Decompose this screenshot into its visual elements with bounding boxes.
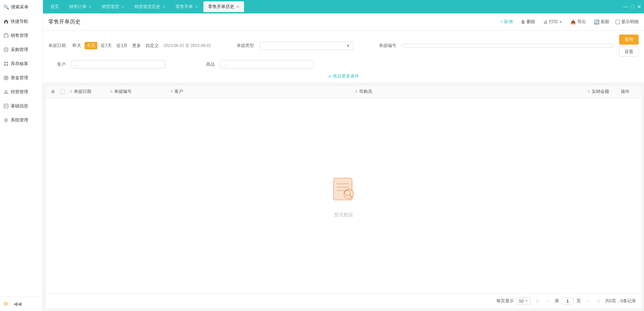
refresh-button[interactable]: 🔄 刷新 bbox=[592, 17, 611, 26]
system-icon bbox=[3, 117, 9, 123]
sidebar-item-inventory[interactable]: 库存核算 bbox=[0, 57, 43, 71]
export-button[interactable]: 📤 导出 bbox=[568, 17, 588, 26]
tab-retail-open[interactable]: 零售开单 ✕ bbox=[171, 1, 203, 12]
tab-label: 首页 bbox=[50, 4, 59, 10]
next-page-btn[interactable]: ＞ bbox=[584, 297, 592, 305]
delete-button[interactable]: 🗑 删除 bbox=[519, 17, 537, 26]
page-header: 零售开单历史 + 新增 🗑 删除 🖨 打印 ▼ 📤 导出 bbox=[43, 13, 644, 31]
toolbar: + 新增 🗑 删除 🖨 打印 ▼ 📤 导出 🔄 刷新 bbox=[498, 17, 639, 26]
date-shortcuts: 昨天 今天 近7天 近1月 更多 自定义 2023-06-02 至 2023-0… bbox=[71, 42, 211, 49]
goods-input[interactable]: ... bbox=[220, 60, 314, 68]
export-label: 导出 bbox=[577, 19, 586, 25]
empty-text: 暂无数据 bbox=[334, 212, 353, 218]
window-minimize-icon[interactable]: — bbox=[623, 4, 628, 10]
col-header-guide[interactable]: ⇅ 导购员 bbox=[352, 89, 393, 95]
date-btn-more[interactable]: 更多 bbox=[131, 42, 142, 49]
date-btn-yesterday[interactable]: 昨天 bbox=[71, 42, 83, 49]
col-header-date[interactable]: ⇅ 单据日期 bbox=[67, 89, 107, 95]
doc-num-input[interactable] bbox=[402, 44, 614, 47]
goods-placeholder: ... bbox=[223, 62, 227, 67]
tab-retail-open-hist[interactable]: 零售开单历史 ✕ bbox=[203, 1, 244, 12]
settings-icon-btn[interactable]: ⚙ bbox=[3, 301, 8, 307]
sidebar-item-purchase-mgmt[interactable]: 采购管理 bbox=[0, 43, 43, 57]
filter-actions: 查询 设置 bbox=[619, 35, 639, 57]
window-close-icon[interactable]: ✕ bbox=[637, 4, 641, 10]
sort-icon: ⇅ bbox=[70, 90, 72, 93]
show-detail-label-text: 显示明细 bbox=[621, 19, 639, 25]
col-label: 实销金额 bbox=[592, 89, 609, 95]
show-detail-checkbox-label[interactable]: 显示明细 bbox=[615, 19, 639, 25]
collapse-sidebar-btn[interactable]: ◀◀ bbox=[13, 301, 21, 307]
settings-button[interactable]: 设置 bbox=[619, 47, 639, 57]
delete-label: 删除 bbox=[527, 19, 535, 25]
sidebar-item-operations[interactable]: 经营管理 bbox=[0, 85, 43, 99]
print-label: 打印 bbox=[549, 19, 558, 25]
sales-icon bbox=[3, 33, 9, 38]
col-header-amount[interactable]: ⇅ 实销金额 bbox=[572, 89, 612, 95]
sort-icon: ⇅ bbox=[170, 90, 173, 93]
operations-icon bbox=[3, 89, 9, 95]
window-maximize-icon[interactable]: □ bbox=[631, 4, 634, 10]
last-page-btn[interactable]: ⟩⟩ bbox=[594, 297, 602, 305]
col-header-customer[interactable]: ⇅ 客户 bbox=[168, 89, 352, 95]
tab-sales-order[interactable]: 销售订单 ✕ bbox=[64, 1, 96, 12]
tab-close-icon[interactable]: ✕ bbox=[162, 5, 165, 9]
sidebar-item-label: 系统管理 bbox=[11, 117, 28, 123]
search-menu-item[interactable]: 🔍 搜索采单 bbox=[0, 0, 43, 14]
svg-rect-4 bbox=[4, 64, 6, 66]
print-icon: 🖨 bbox=[543, 19, 548, 24]
date-btn-7days[interactable]: 近7天 bbox=[99, 42, 113, 49]
trash-icon: 🗑 bbox=[521, 19, 525, 24]
doc-num-label: 单据编号 bbox=[379, 43, 396, 49]
doc-type-select[interactable]: ▼ bbox=[259, 42, 353, 50]
sidebar-item-quick-nav[interactable]: 快捷导航 bbox=[0, 14, 43, 29]
sidebar-item-label: 资金管理 bbox=[11, 75, 28, 81]
date-btn-1month[interactable]: 近1月 bbox=[115, 42, 129, 49]
query-button[interactable]: 查询 bbox=[619, 35, 639, 45]
tab-home[interactable]: 首页 bbox=[46, 1, 64, 12]
sidebar-item-label: 基础信息 bbox=[11, 103, 28, 109]
select-all-checkbox[interactable] bbox=[60, 89, 65, 94]
print-button[interactable]: 🖨 打印 ▼ bbox=[541, 17, 564, 26]
per-page-select[interactable]: 50 ▼ bbox=[516, 298, 530, 305]
tab-close-icon[interactable]: ✕ bbox=[236, 5, 239, 9]
sort-icon: ⇅ bbox=[588, 90, 590, 93]
sidebar: 🔍 搜索采单 快捷导航 销售管理 采购管理 库存核算 资金管理 bbox=[0, 0, 43, 311]
tab-label: 销售订单 bbox=[69, 4, 87, 10]
per-page-chevron: ▼ bbox=[525, 299, 528, 303]
filter-row-2: 客户 ... 商品 ... bbox=[48, 60, 639, 68]
tab-close-icon[interactable]: ✕ bbox=[121, 5, 124, 9]
customer-placeholder: ... bbox=[74, 62, 78, 67]
table-settings-icon[interactable]: ⚙ bbox=[48, 89, 58, 94]
show-detail-checkbox[interactable] bbox=[615, 20, 620, 24]
collapse-filters-btn[interactable]: ∧ 收起更多条件 bbox=[48, 72, 639, 81]
finance-icon bbox=[3, 75, 9, 81]
per-page-value: 50 bbox=[519, 299, 524, 304]
sidebar-item-sales-mgmt[interactable]: 销售管理 bbox=[0, 29, 43, 43]
page-suffix: 页 bbox=[577, 298, 581, 304]
date-btn-today[interactable]: 今天 bbox=[85, 42, 97, 49]
customer-input[interactable]: ... bbox=[71, 60, 165, 68]
sidebar-item-finance[interactable]: 资金管理 bbox=[0, 71, 43, 85]
tab-close-icon[interactable]: ✕ bbox=[195, 5, 198, 9]
col-label: 客户 bbox=[175, 89, 183, 95]
tab-close-icon[interactable]: ✕ bbox=[89, 5, 92, 9]
add-button[interactable]: + 新增 bbox=[498, 17, 515, 26]
table-select-all[interactable] bbox=[58, 89, 67, 94]
chevron-down-icon: ▼ bbox=[346, 43, 350, 48]
sidebar-item-sys-mgmt[interactable]: 系统管理 bbox=[0, 113, 43, 127]
page-label: 第 bbox=[555, 298, 559, 304]
svg-point-8 bbox=[5, 119, 7, 121]
refresh-label: 刷新 bbox=[601, 19, 609, 25]
first-page-btn[interactable]: ⟨⟨ bbox=[533, 297, 541, 305]
page-number-input[interactable] bbox=[562, 298, 574, 305]
prev-page-btn[interactable]: ＜ bbox=[544, 297, 552, 305]
tab-label: 销货退货 bbox=[102, 4, 119, 10]
goods-label: 商品 bbox=[197, 61, 215, 67]
sidebar-item-basic-info[interactable]: 基础信息 bbox=[0, 99, 43, 113]
tab-sales-return-hist[interactable]: 销货退货历史 ✕ bbox=[130, 1, 170, 12]
tab-sales-return[interactable]: 销货退货 ✕ bbox=[97, 1, 129, 12]
col-label: 单据编号 bbox=[114, 89, 132, 95]
date-btn-custom[interactable]: 自定义 bbox=[144, 42, 160, 49]
col-header-num[interactable]: ⇅ 单据编号 bbox=[107, 89, 168, 95]
